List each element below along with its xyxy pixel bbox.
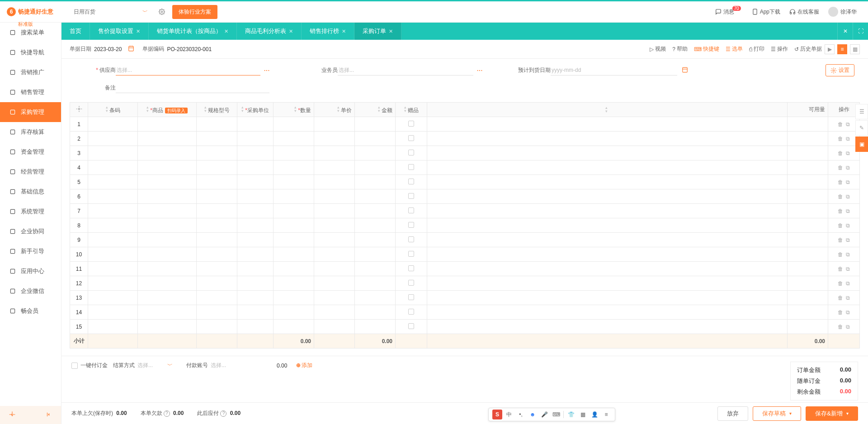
ime-punct-icon[interactable]: •,: [516, 410, 526, 419]
sidebar-item-chart[interactable]: 经营管理: [0, 162, 61, 182]
cell-amount[interactable]: [355, 305, 396, 320]
sidebar-item-guide[interactable]: 新手引导: [0, 241, 61, 261]
tab-close-all-icon[interactable]: ✕: [837, 23, 853, 40]
sidebar-item-vip[interactable]: 畅会员: [0, 301, 61, 321]
cell-unit[interactable]: [237, 160, 274, 175]
cell-qty[interactable]: [274, 218, 314, 233]
close-icon[interactable]: ✕: [342, 28, 346, 34]
table-gear-header[interactable]: [70, 103, 88, 117]
cell-qty[interactable]: [274, 175, 314, 189]
close-icon[interactable]: ✕: [389, 28, 393, 34]
cell-price[interactable]: [314, 218, 355, 233]
delete-row-icon[interactable]: 🗑: [838, 295, 843, 301]
tab[interactable]: 首页: [61, 23, 90, 40]
cell-spec[interactable]: [197, 305, 237, 320]
cell-amount[interactable]: [355, 262, 396, 276]
tab[interactable]: 采购订单✕: [354, 23, 401, 40]
table-row[interactable]: 12🗑⧉: [70, 276, 860, 291]
gift-checkbox[interactable]: [408, 179, 414, 184]
delete-row-icon[interactable]: 🗑: [838, 150, 843, 156]
tab-expand-icon[interactable]: ⛶: [853, 23, 868, 40]
cell-unit[interactable]: [237, 233, 274, 247]
cell-unit[interactable]: [237, 189, 274, 204]
cell-barcode[interactable]: [88, 132, 138, 146]
cell-gift[interactable]: [396, 160, 427, 175]
cell-price[interactable]: [314, 204, 355, 218]
cell-qty[interactable]: [274, 262, 314, 276]
sidebar-item-gear[interactable]: 系统管理: [0, 202, 61, 221]
messages-link[interactable]: 消息 70: [715, 8, 743, 16]
cell-spec[interactable]: [197, 132, 237, 146]
cell-spec[interactable]: [197, 218, 237, 233]
ime-toolbar[interactable]: S 中 •, ☻ 🎤 ⌨ 👕 ▦ 👤 ≡: [488, 408, 615, 421]
cell-gift[interactable]: [396, 262, 427, 276]
sidebar-item-bag[interactable]: 采购管理: [0, 102, 61, 122]
cell-price[interactable]: [314, 160, 355, 175]
cell-qty[interactable]: [274, 320, 314, 334]
view-list-button[interactable]: ≡: [837, 44, 847, 54]
sidebar-item-wechat[interactable]: 企业微信: [0, 281, 61, 301]
delete-row-icon[interactable]: 🗑: [838, 324, 843, 330]
cell-barcode[interactable]: [88, 204, 138, 218]
cell-barcode[interactable]: [88, 276, 138, 291]
ime-keyboard-icon[interactable]: ⌨: [551, 410, 561, 419]
sidebar-item-doc[interactable]: 企业协同: [0, 221, 61, 241]
cell-amount[interactable]: [355, 146, 396, 160]
gift-checkbox[interactable]: [408, 207, 414, 213]
cell-price[interactable]: [314, 320, 355, 334]
cell-spec[interactable]: [197, 247, 237, 262]
delete-row-icon[interactable]: 🗑: [838, 136, 843, 142]
settings-gear-icon[interactable]: [9, 411, 15, 419]
cell-amount[interactable]: [355, 117, 396, 132]
th-unit[interactable]: ▴▾*采购单位: [237, 103, 274, 117]
online-service-link[interactable]: 在线客服: [789, 8, 819, 16]
tab[interactable]: 售价提取设置✕: [90, 23, 149, 40]
cell-amount[interactable]: [355, 204, 396, 218]
cell-barcode[interactable]: [88, 117, 138, 132]
delete-row-icon[interactable]: 🗑: [838, 208, 843, 214]
ime-emoji-icon[interactable]: ☻: [528, 410, 538, 419]
th-qty[interactable]: ▴▾*数量: [274, 103, 314, 117]
gift-checkbox[interactable]: [408, 150, 414, 155]
sidebar-item-info[interactable]: 基础信息: [0, 182, 61, 202]
cell-price[interactable]: [314, 132, 355, 146]
help-link[interactable]: ?帮助: [672, 45, 688, 53]
cell-spec[interactable]: [197, 262, 237, 276]
delete-row-icon[interactable]: 🗑: [838, 179, 843, 185]
delete-row-icon[interactable]: 🗑: [838, 251, 843, 258]
copy-row-icon[interactable]: ⧉: [846, 208, 850, 214]
table-row[interactable]: 10🗑⧉: [70, 247, 860, 262]
cell-spec[interactable]: [197, 291, 237, 305]
cell-gift[interactable]: [396, 218, 427, 233]
cell-qty[interactable]: [274, 276, 314, 291]
delete-row-icon[interactable]: 🗑: [838, 193, 843, 200]
gift-checkbox[interactable]: [408, 323, 414, 329]
cell-barcode[interactable]: [88, 262, 138, 276]
cell-amount[interactable]: [355, 160, 396, 175]
cell-amount[interactable]: [355, 276, 396, 291]
print-link[interactable]: ⎙打印: [749, 45, 764, 53]
gift-checkbox[interactable]: [408, 135, 414, 141]
sidebar-item-cart[interactable]: 销售管理: [0, 82, 61, 102]
supplier-input[interactable]: [116, 65, 260, 75]
cell-spec[interactable]: [197, 276, 237, 291]
cell-gift[interactable]: [396, 175, 427, 189]
copy-row-icon[interactable]: ⧉: [846, 266, 850, 272]
strip-note-icon[interactable]: ☰: [855, 104, 868, 119]
settle-select[interactable]: 选择...: [137, 362, 165, 369]
table-row[interactable]: 2🗑⧉: [70, 132, 860, 146]
gift-checkbox[interactable]: [408, 280, 414, 286]
cell-product[interactable]: [138, 262, 197, 276]
cell-amount[interactable]: [355, 233, 396, 247]
table-row[interactable]: 14🗑⧉: [70, 305, 860, 320]
ime-logo-icon[interactable]: S: [492, 410, 502, 419]
save-and-new-button[interactable]: 保存&新增▾: [806, 406, 858, 421]
cell-qty[interactable]: [274, 189, 314, 204]
cell-unit[interactable]: [237, 175, 274, 189]
cell-product[interactable]: [138, 276, 197, 291]
cell-unit[interactable]: [237, 276, 274, 291]
cell-amount[interactable]: [355, 218, 396, 233]
cell-gift[interactable]: [396, 204, 427, 218]
gift-checkbox[interactable]: [408, 222, 414, 228]
copy-row-icon[interactable]: ⧉: [846, 179, 850, 185]
